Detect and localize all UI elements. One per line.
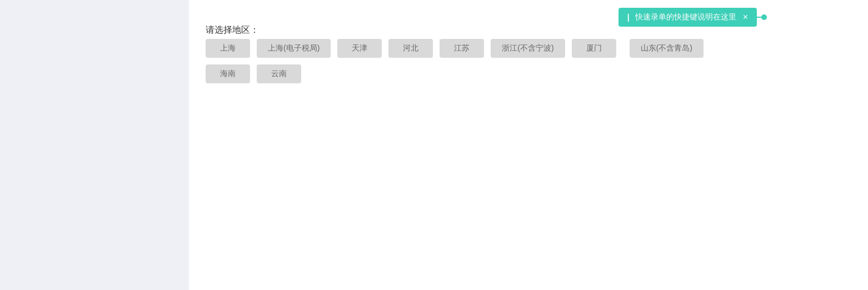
tooltip-close-button[interactable]: ×: [743, 12, 748, 22]
region-btn-zhejiang[interactable]: 浙江(不含宁波): [491, 39, 565, 58]
region-buttons: 上海 上海(电子税局) 天津 河北 江苏 浙江(不含宁波) 厦门 山东(不含青岛…: [206, 39, 706, 83]
region-btn-tianjin[interactable]: 天津: [337, 39, 382, 58]
region-btn-hainan[interactable]: 海南: [206, 64, 250, 83]
tooltip-connector-dot: [761, 14, 767, 20]
region-btn-yunnan[interactable]: 云南: [257, 64, 301, 83]
tooltip-banner: 快速录单的快捷键说明在这里 ×: [618, 8, 757, 27]
region-btn-shandong[interactable]: 山东(不含青岛): [630, 39, 704, 58]
sidebar: [0, 0, 189, 290]
region-btn-shanghai-etax[interactable]: 上海(电子税局): [257, 39, 331, 58]
region-btn-xiamen[interactable]: 厦门: [572, 39, 616, 58]
region-btn-hebei[interactable]: 河北: [388, 39, 433, 58]
region-btn-jiangsu[interactable]: 江苏: [440, 39, 484, 58]
tooltip-text: 快速录单的快捷键说明在这里: [635, 12, 736, 22]
main-content: 请选择地区： 上海 上海(电子税局) 天津 河北 江苏 浙江(不含宁波) 厦门 …: [189, 0, 868, 290]
region-label: 请选择地区：: [206, 24, 259, 36]
region-btn-shanghai[interactable]: 上海: [206, 39, 250, 58]
